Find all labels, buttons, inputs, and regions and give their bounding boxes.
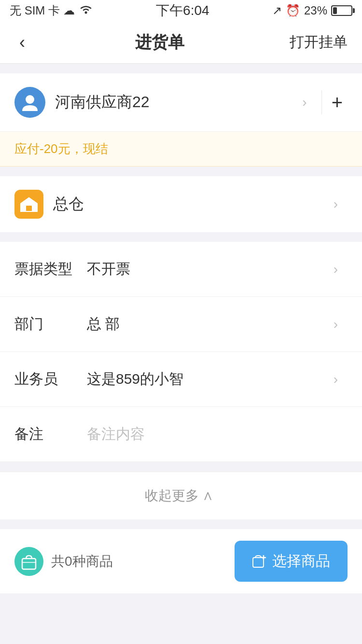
user-icon [20, 93, 40, 112]
section-gap-1 [0, 64, 362, 73]
svg-rect-2 [26, 206, 32, 211]
notice-bar: 应付-20元，现结 [0, 132, 362, 167]
ticket-type-row[interactable]: 票据类型 不开票 › [0, 242, 362, 297]
status-left: 无 SIM 卡 ☁ [10, 3, 93, 18]
status-bar: 无 SIM 卡 ☁ 下午6:04 ↗ ⏰ 23% [0, 0, 362, 21]
svg-point-1 [26, 95, 34, 104]
supplier-card: 河南供应商22 › + 应付-20元，现结 [0, 73, 362, 167]
supplier-row[interactable]: 河南供应商22 › + [0, 73, 362, 132]
wifi-icon [79, 4, 93, 17]
remark-row[interactable]: 备注 备注内容 [0, 407, 362, 462]
warehouse-icon-wrap [14, 190, 43, 219]
salesperson-label: 业务员 [14, 369, 77, 389]
nav-bar: ‹ 进货单 打开挂单 [0, 21, 362, 64]
remark-input[interactable]: 备注内容 [87, 424, 348, 444]
goods-count-wrap: 共0种商品 [14, 547, 113, 576]
divider [321, 90, 322, 114]
alarm-icon: ⏰ [286, 4, 300, 17]
supplier-chevron-icon: › [302, 95, 306, 110]
department-label: 部门 [14, 314, 77, 334]
goods-icon-wrap [14, 547, 43, 576]
select-goods-icon [252, 555, 267, 568]
ticket-type-label: 票据类型 [14, 259, 77, 279]
svg-rect-4 [253, 558, 264, 567]
salesperson-row[interactable]: 业务员 这是859的小智 › [0, 352, 362, 407]
department-row[interactable]: 部门 总 部 › [0, 297, 362, 352]
supplier-name: 河南供应商22 [55, 92, 302, 113]
goods-bag-icon [20, 553, 38, 570]
warehouse-row[interactable]: 总仓 › [0, 176, 362, 232]
bottom-bar: 共0种商品 选择商品 [0, 529, 362, 593]
goods-count-text: 共0种商品 [51, 552, 113, 571]
salesperson-chevron-icon: › [334, 372, 338, 387]
warehouse-icon [20, 196, 38, 212]
warehouse-card[interactable]: 总仓 › [0, 176, 362, 232]
select-goods-button[interactable]: 选择商品 [235, 541, 348, 582]
svg-rect-3 [22, 559, 36, 569]
back-button[interactable]: ‹ [14, 28, 30, 57]
section-gap-2 [0, 167, 362, 176]
status-time: 下午6:04 [156, 1, 209, 20]
ticket-type-chevron-icon: › [334, 262, 338, 277]
form-section: 票据类型 不开票 › 部门 总 部 › 业务员 这是859的小智 › 备注 备注… [0, 242, 362, 462]
svg-point-0 [84, 12, 87, 14]
location-icon: ↗ [272, 4, 282, 17]
supplier-avatar [14, 87, 45, 118]
notice-text: 应付-20元，现结 [14, 141, 108, 156]
add-button[interactable]: + [327, 92, 348, 113]
open-pending-button[interactable]: 打开挂单 [290, 32, 348, 52]
department-chevron-icon: › [334, 317, 338, 332]
warehouse-name: 总仓 [53, 194, 334, 215]
select-goods-label: 选择商品 [272, 551, 330, 571]
remark-label: 备注 [14, 424, 77, 444]
warehouse-chevron-icon: › [334, 196, 338, 212]
battery-icon [331, 5, 352, 16]
status-right: ↗ ⏰ 23% [272, 4, 352, 17]
page-title: 进货单 [135, 31, 184, 54]
ticket-type-value: 不开票 [87, 259, 334, 279]
battery-percent: 23% [304, 4, 327, 17]
salesperson-value: 这是859的小智 [87, 369, 334, 389]
signal-text: 无 SIM 卡 ☁ [10, 3, 75, 18]
collapse-row[interactable]: 收起更多 ∧ [0, 472, 362, 519]
department-value: 总 部 [87, 314, 334, 334]
collapse-text: 收起更多 ∧ [145, 487, 214, 505]
